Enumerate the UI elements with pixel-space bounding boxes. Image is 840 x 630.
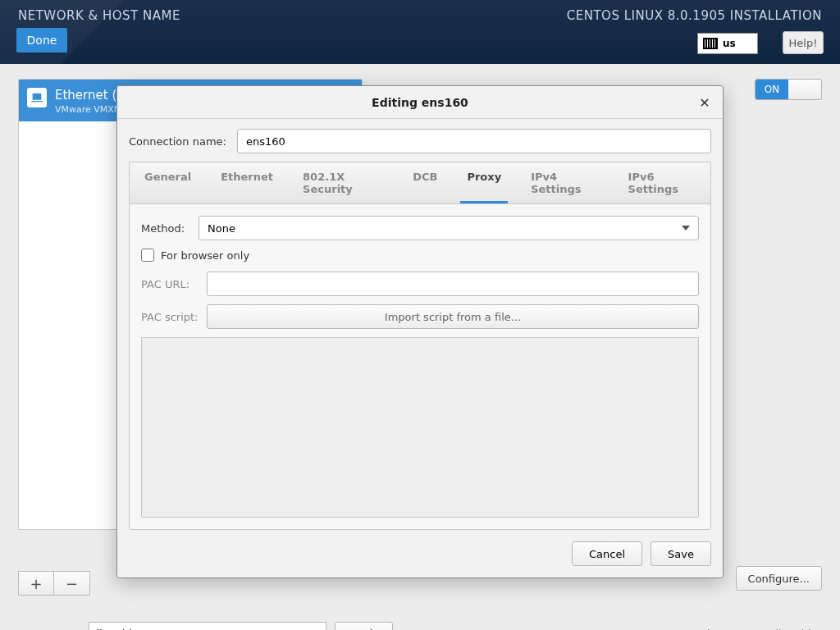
- top-banner: NETWORK & HOST NAME CENTOS LINUX 8.0.190…: [0, 0, 840, 64]
- current-hostname-label: Current host name:: [664, 628, 767, 631]
- tab-ipv6[interactable]: IPv6 Settings: [614, 162, 710, 203]
- hostname-input[interactable]: [89, 622, 326, 630]
- interface-toggle[interactable]: ON: [755, 79, 822, 100]
- tab-general[interactable]: General: [130, 162, 206, 203]
- pac-script-label: PAC script:: [141, 311, 199, 323]
- save-button[interactable]: Save: [651, 541, 711, 566]
- current-hostname-value: linuxhint: [775, 628, 822, 631]
- apply-hostname-button[interactable]: Apply: [335, 622, 393, 630]
- hostname-row: Host Name: Apply Current host name: linu…: [18, 622, 822, 630]
- pac-url-input: [207, 272, 699, 296]
- help-button[interactable]: Help!: [783, 31, 824, 54]
- import-script-button[interactable]: Import script from a file...: [207, 304, 699, 329]
- tab-proxy[interactable]: Proxy: [452, 162, 516, 203]
- remove-interface-button[interactable]: −: [54, 571, 90, 596]
- hostname-label: Host Name:: [18, 628, 80, 631]
- edit-connection-dialog: Editing ens160 ✕ Connection name: Genera…: [116, 85, 724, 578]
- keyboard-label: us: [723, 38, 736, 49]
- method-select[interactable]: None: [199, 216, 699, 240]
- proxy-tab-panel: Method: None For browser only PAC URL: P…: [129, 203, 711, 530]
- for-browser-label: For browser only: [161, 249, 249, 262]
- ethernet-icon: [27, 88, 47, 107]
- tab-ipv4[interactable]: IPv4 Settings: [516, 162, 613, 203]
- close-icon[interactable]: ✕: [696, 94, 713, 111]
- chevron-down-icon: [682, 226, 690, 231]
- pac-url-label: PAC URL:: [141, 278, 199, 290]
- toggle-on-label: ON: [756, 80, 788, 99]
- toggle-off-side: [788, 80, 821, 99]
- dialog-title: Editing ens160: [372, 96, 468, 109]
- method-value: None: [208, 222, 235, 235]
- add-interface-button[interactable]: +: [18, 571, 54, 596]
- tab-8021x[interactable]: 802.1X Security: [288, 162, 398, 203]
- tab-dcb[interactable]: DCB: [398, 162, 452, 203]
- method-label: Method:: [141, 222, 190, 235]
- tab-ethernet[interactable]: Ethernet: [206, 162, 288, 203]
- dialog-title-bar: Editing ens160 ✕: [117, 86, 723, 119]
- connection-name-label: Connection name:: [129, 135, 229, 148]
- keyboard-indicator[interactable]: us: [697, 33, 758, 54]
- dialog-tabs: General Ethernet 802.1X Security DCB Pro…: [129, 162, 711, 203]
- page-title: NETWORK & HOST NAME: [18, 8, 180, 23]
- pac-script-textarea: [141, 337, 699, 518]
- configure-button[interactable]: Configure...: [736, 566, 822, 591]
- for-browser-checkbox[interactable]: [141, 249, 154, 262]
- keyboard-icon: [703, 38, 718, 49]
- cancel-button[interactable]: Cancel: [572, 541, 642, 566]
- installer-title: CENTOS LINUX 8.0.1905 INSTALLATION: [567, 8, 822, 23]
- connection-name-input[interactable]: [237, 129, 711, 153]
- done-button[interactable]: Done: [16, 28, 67, 52]
